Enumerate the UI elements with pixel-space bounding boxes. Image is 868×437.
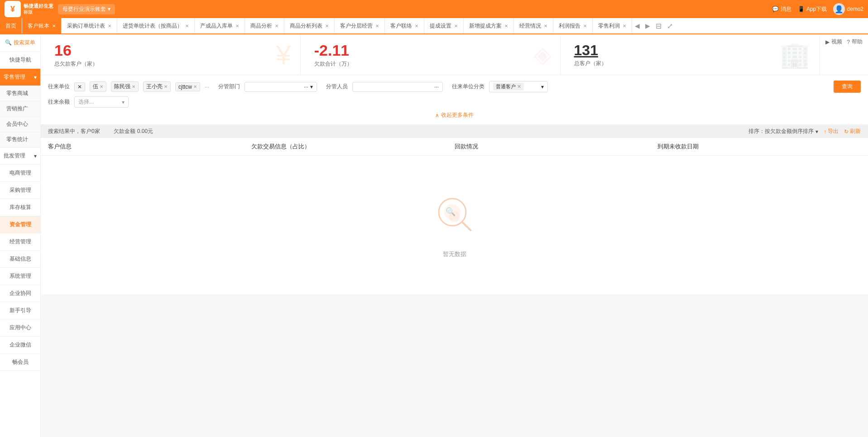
query-button[interactable]: 查询 <box>834 81 861 93</box>
retail-mgmt-arrow: ▾ <box>34 74 37 81</box>
tab-customer-contact[interactable]: 客户联络 ✕ <box>385 18 424 34</box>
filter-tag-chen-close[interactable]: ✕ <box>132 84 135 89</box>
sidebar-item-system[interactable]: 系统管理 <box>0 268 40 285</box>
tab-add-commission-close[interactable]: ✕ <box>504 24 508 28</box>
sidebar-item-app-center[interactable]: 应用中心 <box>0 319 40 337</box>
tab-finished-goods[interactable]: 产成品入库单 ✕ <box>195 18 245 34</box>
sidebar-item-marketing[interactable]: 营销推广 <box>0 101 40 117</box>
video-btn[interactable]: ▶ 视频 <box>825 38 842 46</box>
sidebar-item-retail-mgmt[interactable]: 零售管理 ▾ <box>0 69 40 86</box>
tab-home[interactable]: 首页 <box>0 18 22 34</box>
refresh-btn[interactable]: ↻ 刷新 <box>844 128 861 135</box>
capital-label: 资金管理 <box>10 221 31 228</box>
stat-icon-amount: ◈ <box>534 42 551 68</box>
sidebar-item-member[interactable]: 畅会员 <box>0 354 40 371</box>
export-btn[interactable]: ↑ 导出 <box>824 128 839 135</box>
sidebar-item-basic-info[interactable]: 基础信息 <box>0 251 40 268</box>
filter-tag-cjttcw-close[interactable]: ✕ <box>193 84 197 89</box>
username: demo2 <box>847 6 863 12</box>
sidebar-item-wechat[interactable]: 企业微信 <box>0 337 40 354</box>
tab-bar: 首页 客户账本 ✕ 采购订单统计表 ✕ 进货单统计表（按商品） ✕ 产成品入库单… <box>0 18 868 34</box>
unit-class-select[interactable]: 普通客户 ✕ ▾ <box>489 81 548 92</box>
dept-select[interactable]: ··· ▾ <box>245 82 317 92</box>
tab-retail-profit[interactable]: 零售利润 ✕ <box>593 18 632 34</box>
sidebar-search-label: 搜索菜单 <box>14 39 35 46</box>
filter-more-tags[interactable]: ··· <box>205 84 209 90</box>
tab-customer-tier[interactable]: 客户分层经营 ✕ <box>335 18 385 34</box>
empty-state: 🔍 暂无数据 <box>41 156 868 294</box>
message-btn[interactable]: 💬 消息 <box>772 5 791 13</box>
tab-retail-profit-close[interactable]: ✕ <box>623 24 626 28</box>
help-btn[interactable]: ? 帮助 <box>847 38 863 46</box>
tab-product-analysis-close[interactable]: ✕ <box>275 24 278 28</box>
refresh-icon: ↻ <box>844 128 849 135</box>
help-icon: ? <box>847 39 850 45</box>
tab-operations[interactable]: 经营情况 ✕ <box>514 18 553 34</box>
tab-profit-report-close[interactable]: ✕ <box>583 24 587 28</box>
collapse-button[interactable]: ∧ 收起更多条件 <box>435 111 474 119</box>
sidebar-item-capital[interactable]: 资金管理 <box>0 216 40 233</box>
filter-tag-wu-close[interactable]: ✕ <box>100 84 103 89</box>
tab-inbound-stats-close[interactable]: ✕ <box>185 24 189 28</box>
member-label: 畅会员 <box>12 358 29 366</box>
system-label: 系统管理 <box>10 272 31 280</box>
col-header-customer: 客户信息 <box>48 142 251 151</box>
tab-customer-tier-close[interactable]: ✕ <box>375 24 379 28</box>
result-actions: 排序：按欠款金额倒序排序 ▾ ↑ 导出 ↻ 刷新 <box>748 128 861 135</box>
tab-commission-settings-close[interactable]: ✕ <box>454 24 458 28</box>
sidebar-quick-nav[interactable]: 快捷导航 <box>0 52 40 69</box>
inventory-label: 库存核算 <box>10 204 31 211</box>
tab-customer-ledger[interactable]: 客户账本 ✕ <box>22 18 62 34</box>
unit-class-tag-close[interactable]: ✕ <box>517 84 521 90</box>
sidebar-item-operations-mgmt[interactable]: 经营管理 <box>0 233 40 251</box>
sidebar-item-enterprise[interactable]: 企业协同 <box>0 285 40 302</box>
unit-class-label: 往来单位分类 <box>452 83 484 90</box>
sidebar-item-inventory[interactable]: 库存核算 <box>0 199 40 216</box>
content-area: ¥ 16 总欠款客户（家） ◈ -2.11 欠款合计（万） 🏢 131 总客户（… <box>41 34 868 437</box>
filter-area: 往来单位 ✕ 伍 ✕ 陈民强 ✕ 王小亮 ✕ cjttcw <box>41 75 868 125</box>
tab-expand-btn[interactable]: ⤢ <box>664 18 676 34</box>
user-area[interactable]: 👤 demo2 <box>833 3 863 15</box>
company-selector[interactable]: 母婴行业演示账套 ▾ <box>58 4 115 14</box>
person-select[interactable]: ··· <box>352 82 443 92</box>
tab-next-btn[interactable]: ▶ <box>643 18 653 34</box>
sidebar-item-retail-mall[interactable]: 零售商城 <box>0 86 40 101</box>
tab-purchase-order-close[interactable]: ✕ <box>108 24 111 28</box>
balance-select[interactable]: 选择... ▾ <box>74 96 129 108</box>
video-icon: ▶ <box>825 39 830 45</box>
sidebar-item-ecommerce[interactable]: 电商管理 <box>0 165 40 182</box>
tab-add-commission[interactable]: 新增提成方案 ✕ <box>464 18 514 34</box>
tab-product-analysis[interactable]: 商品分析 ✕ <box>245 18 284 34</box>
tab-customer-contact-close[interactable]: ✕ <box>415 24 418 28</box>
sidebar-item-wholesale-mgmt[interactable]: 批发管理 ▾ <box>0 147 40 165</box>
app-name: 畅捷通好生意 <box>24 3 53 9</box>
sidebar-item-newbie[interactable]: 新手引导 <box>0 302 40 319</box>
tab-commission-settings[interactable]: 提成设置 ✕ <box>424 18 464 34</box>
app-download-btn[interactable]: 📱 App下载 <box>798 5 827 13</box>
tab-product-analysis-list[interactable]: 商品分析列表 ✕ <box>284 18 335 34</box>
sort-select[interactable]: 排序：按欠款金额倒序排序 ▾ <box>748 128 818 135</box>
filter-tag-wang-close[interactable]: ✕ <box>164 84 168 89</box>
filter-tag-chen-label: 陈民强 <box>114 83 130 90</box>
tab-operations-close[interactable]: ✕ <box>544 24 547 28</box>
tab-inbound-stats[interactable]: 进货单统计表（按商品） ✕ <box>117 18 195 34</box>
ecommerce-label: 电商管理 <box>10 169 31 177</box>
filter-tag-x-close[interactable]: ✕ <box>77 84 82 90</box>
tab-purchase-order[interactable]: 采购订单统计表 ✕ <box>62 18 117 34</box>
tab-customer-ledger-close[interactable]: ✕ <box>52 24 56 28</box>
col-header-due-date: 到期未收款日期 <box>657 142 861 151</box>
tab-profit-report[interactable]: 利润报告 ✕ <box>553 18 593 34</box>
sidebar-item-purchase[interactable]: 采购管理 <box>0 182 40 199</box>
tab-menu-btn[interactable]: ⊟ <box>653 18 664 34</box>
sidebar-search[interactable]: 🔍 搜索菜单 <box>0 34 40 52</box>
export-label: 导出 <box>828 128 839 135</box>
tab-prev-btn[interactable]: ◀ <box>632 18 643 34</box>
sort-label: 排序：按欠款金额倒序排序 <box>748 128 814 135</box>
tab-product-analysis-list-close[interactable]: ✕ <box>325 24 329 28</box>
sidebar-item-member-center[interactable]: 会员中心 <box>0 117 40 132</box>
sort-dropdown-icon: ▾ <box>815 128 818 135</box>
tab-finished-goods-close[interactable]: ✕ <box>235 24 239 28</box>
result-text: 搜索结果中，客户0家 <box>48 128 100 134</box>
sidebar-item-retail-stats[interactable]: 零售统计 <box>0 132 40 147</box>
person-label: 分管人员 <box>326 83 348 90</box>
